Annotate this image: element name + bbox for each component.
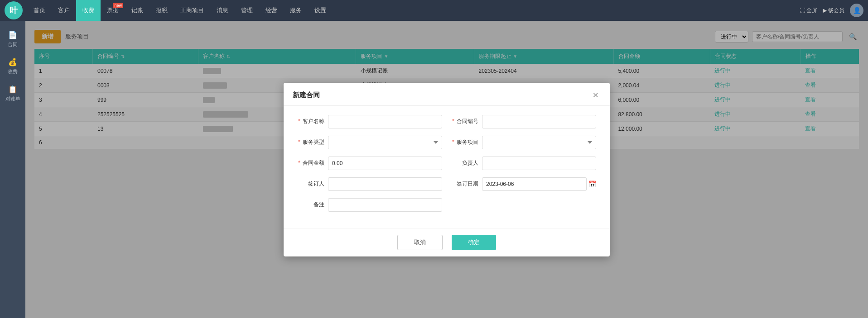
- modal-overlay: 新建合同 ✕ * 客户名称: [25, 21, 868, 318]
- required-star: *: [298, 118, 300, 124]
- modal-body: * 客户名称 * 合同编号: [284, 106, 610, 228]
- form-row-3: * 合同金额 0.00 负责人: [297, 157, 596, 170]
- cancel-button[interactable]: 取消: [397, 235, 443, 250]
- sidebar-label-fee: 收费: [8, 68, 18, 75]
- new-badge: new: [113, 3, 123, 8]
- contract-no-input[interactable]: [482, 115, 596, 128]
- form-group-service-item: * 服务项目: [451, 136, 596, 149]
- nav-item-manage[interactable]: 管理: [235, 0, 259, 21]
- form-group-amount: * 合同金额 0.00: [297, 157, 442, 170]
- responsible-input[interactable]: [482, 157, 596, 170]
- sign-date-label: 签订日期: [451, 180, 478, 188]
- content-area: 新增 服务项目 进行中 已完成 已取消 🔍 序号 合同编号 ⇅ 客户名称 ⇅ 服…: [25, 21, 868, 318]
- service-item-label: * 服务项目: [451, 138, 478, 146]
- nav-item-settings[interactable]: 设置: [308, 0, 333, 21]
- new-contract-modal: 新建合同 ✕ * 客户名称: [284, 83, 610, 256]
- statement-icon: 📋: [8, 84, 18, 94]
- customer-name-input[interactable]: [328, 115, 442, 128]
- nav-item-service[interactable]: 服务: [284, 0, 308, 21]
- contract-no-label: * 合同编号: [451, 118, 478, 125]
- form-group-remark: 备注: [297, 198, 442, 212]
- customer-name-label: * 客户名称: [297, 118, 324, 125]
- sidebar-item-fee[interactable]: 💰 收费: [0, 52, 25, 80]
- calendar-icon[interactable]: 📅: [588, 180, 596, 188]
- nav-item-home[interactable]: 首页: [27, 0, 52, 21]
- fee-icon: 💰: [8, 57, 18, 67]
- sign-date-input[interactable]: 2023-06-06: [482, 177, 587, 191]
- nav-item-customer[interactable]: 客户: [52, 0, 76, 21]
- required-star: *: [452, 139, 454, 145]
- nav-item-tax[interactable]: 报税: [149, 0, 174, 21]
- remark-input[interactable]: [328, 198, 442, 212]
- required-star: *: [298, 139, 300, 145]
- contract-amount-input[interactable]: 0.00: [328, 157, 442, 170]
- modal-footer: 取消 确定: [284, 228, 610, 256]
- modal-header: 新建合同 ✕: [284, 83, 610, 106]
- signer-input[interactable]: [328, 177, 442, 191]
- form-group-service-type: * 服务类型: [297, 136, 442, 149]
- nav-item-message[interactable]: 消息: [210, 0, 235, 21]
- service-type-label: * 服务类型: [297, 138, 324, 146]
- member-icon: ▶: [823, 7, 827, 14]
- form-group-responsible: 负责人: [451, 157, 596, 170]
- nav-item-ticket[interactable]: 票据new: [101, 0, 125, 21]
- modal-title: 新建合同: [293, 91, 320, 100]
- sidebar-item-contract[interactable]: 📄 合同: [0, 25, 25, 52]
- nav-item-fee[interactable]: 收费: [76, 0, 101, 21]
- date-input-wrap: 2023-06-06 📅: [482, 177, 596, 191]
- form-group-signer: 签订人: [297, 177, 442, 191]
- form-row-1: * 客户名称 * 合同编号: [297, 115, 596, 128]
- service-type-select[interactable]: [328, 136, 442, 149]
- form-group-contract-no: * 合同编号: [451, 115, 596, 128]
- responsible-label: 负责人: [451, 159, 478, 167]
- nav-item-business[interactable]: 工商项目: [174, 0, 210, 21]
- top-navigation: 叶 首页 客户 收费 票据new 记账 报税 工商项目 消息 管理 经营 服务 …: [0, 0, 868, 21]
- required-star: *: [298, 160, 300, 166]
- main-layout: 📄 合同 💰 收费 📋 对账单 新增 服务项目 进行中 已完成 已取消 🔍: [0, 21, 868, 318]
- fullscreen-icon: ⛶: [800, 7, 805, 14]
- fullscreen-button[interactable]: ⛶ 全屏: [800, 7, 817, 14]
- nav-items: 首页 客户 收费 票据new 记账 报税 工商项目 消息 管理 经营 服务 设置: [27, 0, 800, 21]
- avatar[interactable]: 👤: [850, 4, 863, 17]
- signer-label: 签订人: [297, 180, 324, 188]
- sidebar: 📄 合同 💰 收费 📋 对账单: [0, 21, 25, 318]
- form-group-remark-spacer: [451, 198, 596, 212]
- form-group-sign-date: 签订日期 2023-06-06 📅: [451, 177, 596, 191]
- sidebar-label-statement: 对账单: [5, 95, 20, 102]
- top-nav-right: ⛶ 全屏 ▶ 畅会员 👤: [800, 4, 863, 17]
- confirm-button[interactable]: 确定: [452, 235, 496, 250]
- modal-close-button[interactable]: ✕: [590, 90, 601, 101]
- sidebar-label-contract: 合同: [8, 41, 18, 48]
- form-row-4: 签订人 签订日期 2023-06-06 📅: [297, 177, 596, 191]
- member-label: 畅会员: [828, 7, 844, 14]
- required-star: *: [452, 118, 454, 124]
- contract-amount-label: * 合同金额: [297, 159, 324, 167]
- member-button[interactable]: ▶ 畅会员: [823, 7, 844, 14]
- sidebar-item-statement[interactable]: 📋 对账单: [0, 80, 25, 107]
- app-logo[interactable]: 叶: [5, 1, 23, 19]
- form-row-2: * 服务类型 * 服务项目: [297, 136, 596, 149]
- contract-icon: 📄: [8, 30, 18, 40]
- form-row-5: 备注: [297, 198, 596, 212]
- nav-item-bookkeeping[interactable]: 记账: [125, 0, 149, 21]
- fullscreen-label: 全屏: [806, 7, 817, 14]
- form-group-customer: * 客户名称: [297, 115, 442, 128]
- nav-item-operation[interactable]: 经营: [259, 0, 284, 21]
- service-item-select[interactable]: [482, 136, 596, 149]
- remark-label: 备注: [297, 201, 324, 209]
